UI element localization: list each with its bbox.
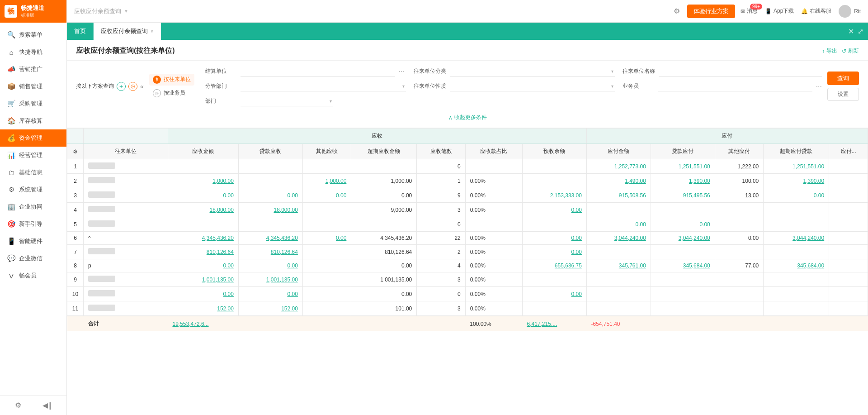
footer-ar-total[interactable]: 19,553,472,6... — [168, 316, 238, 331]
data-cell[interactable]: 3,044,240.00 — [651, 232, 715, 245]
data-cell[interactable]: 0.00 — [651, 217, 715, 232]
data-cell[interactable]: 345,761.00 — [586, 259, 651, 272]
data-cell[interactable]: 152.00 — [238, 301, 302, 316]
sidebar-item-search-menu[interactable]: 🔍 搜索菜单 — [0, 26, 66, 43]
data-cell[interactable]: 0.00 — [238, 188, 302, 203]
data-cell[interactable]: 810,126.64 — [238, 245, 302, 259]
sidebar-item-quick-nav[interactable]: ⌂ 快捷导航 — [0, 43, 66, 61]
sidebar-item-marketing[interactable]: 📣 营销推广 — [0, 61, 66, 78]
sidebar-item-member[interactable]: V 畅会员 — [0, 267, 66, 284]
salesperson-picker-icon[interactable]: ··· — [816, 82, 822, 91]
tabbar-close-button[interactable]: ✕ — [848, 27, 854, 36]
data-cell[interactable]: 0.00 — [238, 287, 302, 301]
data-cell[interactable]: 655,636.75 — [523, 259, 587, 272]
sidebar-item-purchase[interactable]: 🛒 采购管理 — [0, 95, 66, 112]
sidebar-item-wechat[interactable]: 💬 企业微信 — [0, 250, 66, 267]
salesperson-input[interactable] — [658, 81, 812, 91]
data-cell[interactable]: 1,252,773.00 — [586, 159, 651, 174]
data-cell[interactable]: 0.00 — [168, 188, 238, 203]
query-button[interactable]: 查询 — [827, 72, 859, 85]
scheme-icon-button[interactable]: ◎ — [128, 82, 137, 91]
sidebar-settings-button[interactable]: ⚙ — [11, 399, 25, 411]
settlement-unit-picker-icon[interactable]: ··· — [399, 67, 405, 76]
data-cell[interactable]: 915,508.56 — [586, 188, 651, 203]
col-settings[interactable]: ⚙ — [67, 144, 84, 159]
data-cell[interactable]: 1,251,551.00 — [651, 159, 715, 174]
data-cell — [829, 272, 868, 287]
data-cell[interactable]: 810,126.64 — [168, 245, 238, 259]
sidebar-collapse-button[interactable]: ◀‖ — [39, 399, 55, 411]
data-cell — [829, 232, 868, 245]
online-service-button[interactable]: 🔔 在线客服 — [801, 7, 831, 15]
settlement-unit-input[interactable] — [241, 66, 395, 76]
data-cell[interactable]: 0.00 — [302, 188, 351, 203]
data-cell[interactable]: 345,684.00 — [651, 259, 715, 272]
sidebar-item-basic-info[interactable]: 🗂 基础信息 — [0, 164, 66, 181]
messages-button[interactable]: ✉ 消息 99+ — [741, 7, 758, 15]
data-cell[interactable]: 0.00 — [586, 217, 651, 232]
data-cell[interactable]: 0.00 — [168, 287, 238, 301]
data-cell[interactable]: 0.00 — [523, 287, 587, 301]
data-cell[interactable]: 0.00 — [764, 188, 829, 203]
collapse-more-button[interactable]: ∧ 收起更多条件 — [76, 111, 859, 122]
data-cell[interactable]: 3,044,240.00 — [764, 232, 829, 245]
search-fields-row1: 结算单位 ··· 往来单位分类 ▾ 往来单位名称 — [205, 66, 822, 76]
row-number: 7 — [67, 245, 84, 259]
data-cell[interactable]: 0.00 — [302, 232, 351, 245]
topbar-settings-icon[interactable]: ⚙ — [672, 5, 682, 17]
dept-select[interactable] — [241, 96, 333, 106]
refresh-button[interactable]: ↺ 刷新 — [842, 47, 859, 55]
sidebar-item-operations[interactable]: 📊 经营管理 — [0, 147, 66, 164]
footer-ar-prepay[interactable]: 6,417,215.... — [523, 316, 587, 331]
export-button[interactable]: ↑ 导出 — [822, 47, 837, 55]
data-cell[interactable]: 4,345,436.20 — [168, 232, 238, 245]
partner-category-select[interactable] — [450, 66, 614, 76]
data-cell[interactable]: 18,000.00 — [238, 203, 302, 217]
sidebar-item-funds[interactable]: 💰 资金管理 — [0, 129, 66, 147]
tab-ar-ap[interactable]: 应收应付余额查询 × — [94, 23, 161, 40]
data-cell[interactable]: 1,001,135.00 — [168, 272, 238, 287]
tabbar-maximize-button[interactable]: ⤢ — [858, 27, 863, 36]
data-cell[interactable]: 345,684.00 — [764, 259, 829, 272]
scheme-option-partner[interactable]: ₿ 按往来单位 — [149, 74, 194, 86]
data-cell — [829, 188, 868, 203]
collapse-scheme-button[interactable]: « — [140, 83, 144, 90]
dept-managed-select[interactable] — [241, 81, 406, 91]
sidebar-item-inventory[interactable]: 🏠 库存核算 — [0, 112, 66, 129]
partner-name-input[interactable] — [659, 66, 822, 76]
data-cell[interactable]: 2,153,333.00 — [523, 188, 587, 203]
data-cell — [523, 301, 587, 316]
data-cell[interactable]: 1,001,135.00 — [238, 272, 302, 287]
sidebar-item-guide[interactable]: 🎯 新手引导 — [0, 215, 66, 233]
settings-button[interactable]: 设置 — [827, 88, 859, 101]
app-download-button[interactable]: 📱 App下载 — [765, 7, 794, 15]
sidebar-item-smart-hw[interactable]: 📱 智能硬件 — [0, 233, 66, 250]
data-cell[interactable]: 18,000.00 — [168, 203, 238, 217]
data-cell[interactable]: 0.00 — [523, 245, 587, 259]
data-cell[interactable]: 4,345,436.20 — [238, 232, 302, 245]
data-cell[interactable]: 3,044,240.00 — [586, 232, 651, 245]
data-cell[interactable]: 1,390.00 — [651, 174, 715, 188]
data-cell[interactable]: 0.00 — [523, 203, 587, 217]
tab-home[interactable]: 首页 — [67, 23, 94, 40]
sidebar-item-sales[interactable]: 📦 销售管理 — [0, 78, 66, 95]
data-cell — [829, 301, 868, 316]
partner-nature-select[interactable] — [450, 81, 614, 91]
scheme-option-salesperson[interactable]: ◷ 按业务员 — [149, 87, 194, 99]
add-scheme-button[interactable]: + — [117, 82, 126, 91]
sidebar-item-system[interactable]: ⚙ 系统管理 — [0, 181, 66, 198]
data-cell[interactable]: 915,495.56 — [651, 188, 715, 203]
user-area[interactable]: Rit — [839, 5, 861, 18]
data-cell[interactable]: 0.00 — [238, 259, 302, 272]
tab-close-icon[interactable]: × — [151, 29, 153, 34]
data-cell[interactable]: 1,251,551.00 — [764, 159, 829, 174]
data-cell[interactable]: 1,490.00 — [586, 174, 651, 188]
data-cell[interactable]: 1,000.00 — [168, 174, 238, 188]
data-cell[interactable]: 152.00 — [168, 301, 238, 316]
data-cell[interactable]: 1,000.00 — [302, 174, 351, 188]
data-cell[interactable]: 0.00 — [168, 259, 238, 272]
data-cell[interactable]: 0.00 — [523, 232, 587, 245]
data-cell[interactable]: 1,390.00 — [764, 174, 829, 188]
industry-solution-button[interactable]: 体验行业方案 — [687, 5, 735, 18]
sidebar-item-enterprise[interactable]: 🏢 企业协同 — [0, 198, 66, 215]
